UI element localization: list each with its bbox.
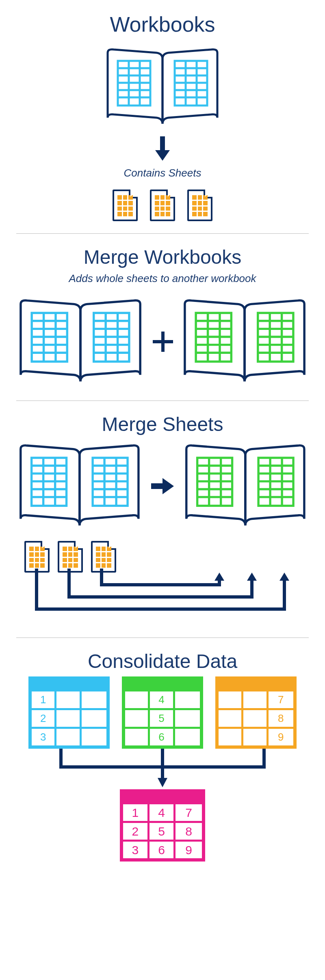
arrow-right-icon bbox=[151, 478, 174, 494]
cell bbox=[243, 708, 268, 727]
cell bbox=[56, 689, 81, 708]
workbook-green-icon bbox=[180, 295, 309, 388]
cell bbox=[243, 727, 268, 745]
svg-marker-82 bbox=[280, 573, 289, 581]
cell: 4 bbox=[150, 802, 176, 821]
sheet-file-icon bbox=[91, 541, 116, 573]
cell: 5 bbox=[150, 821, 176, 840]
cell bbox=[82, 727, 106, 745]
cell: 2 bbox=[123, 821, 150, 840]
sheet-orange: 7 8 9 bbox=[215, 676, 297, 749]
cell bbox=[56, 708, 81, 727]
sheet-file-icon bbox=[150, 190, 175, 221]
merge-workbooks-title: Merge Workbooks bbox=[16, 246, 309, 268]
cell: 9 bbox=[269, 727, 293, 745]
svg-marker-81 bbox=[247, 573, 257, 581]
merge-workbooks-subtitle: Adds whole sheets to another workbook bbox=[16, 272, 309, 285]
cell: 5 bbox=[150, 708, 175, 727]
sheet-file-icon bbox=[113, 190, 138, 221]
cell: 3 bbox=[32, 727, 56, 745]
cell: 8 bbox=[269, 708, 293, 727]
workbooks-title: Workbooks bbox=[16, 12, 309, 37]
cell bbox=[125, 727, 150, 745]
sheet-file-icon bbox=[187, 190, 212, 221]
workbook-icon bbox=[104, 45, 221, 130]
cell bbox=[175, 727, 200, 745]
sheet-cyan: 1 2 3 bbox=[28, 676, 110, 749]
cell: 9 bbox=[176, 840, 202, 858]
cell: 8 bbox=[176, 821, 202, 840]
arrow-down-icon bbox=[155, 150, 170, 161]
cell bbox=[56, 727, 81, 745]
cell: 6 bbox=[150, 727, 175, 745]
cell bbox=[125, 708, 150, 727]
workbook-cyan-icon bbox=[16, 295, 145, 388]
consolidate-title: Consolidate Data bbox=[16, 650, 309, 672]
cell bbox=[243, 689, 268, 708]
cell bbox=[82, 708, 106, 727]
cell bbox=[219, 689, 243, 708]
sheet-green: 4 5 6 bbox=[122, 676, 203, 749]
cell bbox=[219, 727, 243, 745]
merge-connectors bbox=[16, 569, 309, 625]
section-merge-sheets: Merge Sheets bbox=[0, 401, 325, 638]
cell bbox=[175, 689, 200, 708]
consolidate-connectors bbox=[16, 749, 309, 789]
section-merge-workbooks: Merge Workbooks Adds whole sheets to ano… bbox=[0, 234, 325, 401]
svg-marker-80 bbox=[214, 573, 224, 581]
cell: 7 bbox=[269, 689, 293, 708]
workbook-green-icon bbox=[182, 439, 309, 533]
workbook-cyan-icon bbox=[16, 439, 143, 533]
cell: 3 bbox=[123, 840, 150, 858]
cell bbox=[125, 689, 150, 708]
cell: 7 bbox=[176, 802, 202, 821]
cell: 1 bbox=[123, 802, 150, 821]
cell bbox=[82, 689, 106, 708]
sheet-file-icon bbox=[24, 541, 50, 573]
cell: 2 bbox=[32, 708, 56, 727]
cell bbox=[175, 708, 200, 727]
sheet-result-pink: 147 258 369 bbox=[120, 789, 205, 862]
cell: 1 bbox=[32, 689, 56, 708]
cell: 4 bbox=[150, 689, 175, 708]
cell bbox=[219, 708, 243, 727]
sheet-file-icon bbox=[58, 541, 83, 573]
merge-sheets-title: Merge Sheets bbox=[16, 413, 309, 435]
svg-marker-83 bbox=[158, 778, 167, 787]
contains-sheets-label: Contains Sheets bbox=[16, 167, 309, 179]
section-consolidate: Consolidate Data 1 2 3 4 5 6 7 8 9 bbox=[0, 638, 325, 874]
section-workbooks: Workbooks Contains Sheets bbox=[0, 0, 325, 233]
plus-icon bbox=[153, 332, 172, 352]
cell: 6 bbox=[150, 840, 176, 858]
